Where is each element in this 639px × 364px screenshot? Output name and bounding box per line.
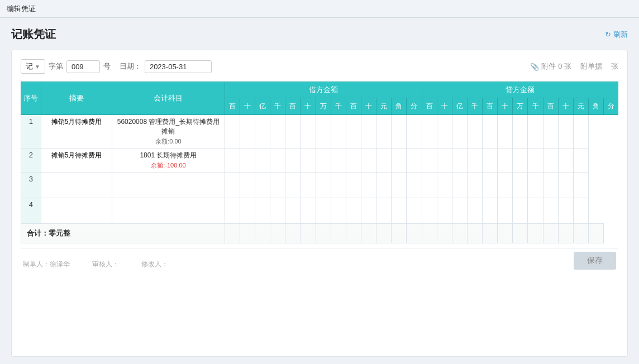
page-header: 记账凭证 ↻ 刷新 <box>11 27 628 42</box>
balance-text-negative: 余额:-100.00 <box>116 161 221 170</box>
debit-bai2: 百 <box>285 98 301 115</box>
title-bar: 编辑凭证 <box>0 0 639 18</box>
debit-shi2: 十 <box>301 98 316 115</box>
credit-qian2: 千 <box>528 98 543 115</box>
credit-shi: 十 <box>437 98 452 115</box>
footer-info: 制单人：徐泽华 审核人： 修改人： <box>23 260 168 269</box>
account-cell[interactable] <box>112 198 225 224</box>
debit-yuan: 元 <box>376 98 392 115</box>
voucher-table-wrapper: 序号 摘要 会计科目 借方金额 贷方金额 百 十 亿 千 百 十 万 <box>21 82 618 243</box>
refresh-icon: ↻ <box>605 30 611 39</box>
credit-shi2: 十 <box>498 98 513 115</box>
credit-qian: 千 <box>467 98 482 115</box>
total-row: 合计：零元整 <box>21 224 618 243</box>
credit-jiao: 角 <box>589 98 604 115</box>
account-cell[interactable]: 1801 长期待摊费用 余额:-100.00 <box>112 149 225 173</box>
voucher-card: 记 ▼ 字第 号 日期： 📎 附件 0 张 附单据 张 <box>11 50 628 357</box>
maker-label: 制单人：徐泽华 <box>23 260 70 269</box>
date-input[interactable] <box>145 60 212 73</box>
attachment-area: 📎 附件 0 张 附单据 张 <box>530 61 618 71</box>
credit-yuan: 元 <box>573 98 588 115</box>
account-cell[interactable]: 56020008 管理费用_长期待摊费用摊销 余额:0.00 <box>112 115 225 149</box>
footer-row: 制单人：徐泽华 审核人： 修改人： 保存 <box>21 248 618 273</box>
table-row[interactable]: 1 摊销5月待摊费用 56020008 管理费用_长期待摊费用摊销 余额:0.0… <box>21 115 618 149</box>
table-row[interactable]: 2 摊销5月待摊费用 1801 长期待摊费用 余额:-100.00 <box>21 149 618 173</box>
date-field-group: 日期： <box>120 60 212 73</box>
col-debit-header: 借方金额 <box>225 82 422 98</box>
summary-cell[interactable]: 摊销5月待摊费用 <box>41 149 112 173</box>
dropdown-arrow-icon: ▼ <box>35 64 40 70</box>
debit-shi: 十 <box>240 98 255 115</box>
table-row[interactable]: 3 <box>21 173 618 198</box>
table-header-top: 序号 摘要 会计科目 借方金额 贷方金额 <box>21 82 618 98</box>
form-row: 记 ▼ 字第 号 日期： 📎 附件 0 张 附单据 张 <box>21 59 618 74</box>
table-row[interactable]: 4 <box>21 198 618 224</box>
type-dropdown[interactable]: 记 ▼ <box>21 59 45 74</box>
attach-zhang: 张 <box>611 61 618 71</box>
seq-cell: 2 <box>21 149 41 173</box>
debit-bai3: 百 <box>346 98 361 115</box>
col-summary-header: 摘要 <box>41 82 112 115</box>
debit-qian2: 千 <box>331 98 346 115</box>
summary-cell[interactable] <box>41 198 112 224</box>
main-container: 记账凭证 ↻ 刷新 记 ▼ 字第 号 日期： 📎 <box>0 18 639 364</box>
page-title: 记账凭证 <box>11 27 56 42</box>
seq-cell: 3 <box>21 173 41 198</box>
reviewer-label: 审核人： <box>92 260 119 269</box>
summary-cell[interactable] <box>41 173 112 198</box>
hao-label: 号 <box>103 61 111 71</box>
attach-link[interactable]: 📎 附件 0 张 <box>530 61 571 71</box>
debit-shi3: 十 <box>361 98 376 115</box>
refresh-button[interactable]: ↻ 刷新 <box>605 30 628 40</box>
modifier-label: 修改人： <box>141 260 168 269</box>
credit-bai3: 百 <box>543 98 558 115</box>
account-code-name: 56020008 管理费用_长期待摊费用摊销 <box>116 117 221 136</box>
seq-cell: 1 <box>21 115 41 149</box>
credit-fen: 分 <box>604 98 618 115</box>
seq-cell: 4 <box>21 198 41 224</box>
date-label: 日期： <box>120 61 141 71</box>
paperclip-icon: 📎 <box>530 63 539 71</box>
attach-note[interactable]: 附单据 <box>580 61 602 71</box>
debit-yi: 亿 <box>255 98 270 115</box>
type-value: 记 <box>26 61 33 71</box>
debit-wan: 万 <box>316 98 331 115</box>
attach-count: 0 张 <box>558 61 571 71</box>
number-input[interactable] <box>66 60 100 73</box>
save-button[interactable]: 保存 <box>574 252 616 270</box>
debit-fen: 分 <box>407 98 422 115</box>
col-seq-header: 序号 <box>21 82 41 115</box>
refresh-label: 刷新 <box>613 30 628 40</box>
credit-bai: 百 <box>422 98 437 115</box>
type-field-group: 记 ▼ 字第 号 <box>21 59 111 74</box>
zi-label: 字第 <box>49 61 63 71</box>
balance-text: 余额:0.00 <box>116 137 221 146</box>
col-account-header: 会计科目 <box>112 82 225 115</box>
credit-wan: 万 <box>513 98 528 115</box>
col-credit-header: 贷方金额 <box>422 82 618 98</box>
debit-jiao: 角 <box>392 98 407 115</box>
voucher-table: 序号 摘要 会计科目 借方金额 贷方金额 百 十 亿 千 百 十 万 <box>21 82 618 243</box>
summary-cell[interactable]: 摊销5月待摊费用 <box>41 115 112 149</box>
account-code-name: 1801 长期待摊费用 <box>116 151 221 160</box>
total-label-text: 合计：零元整 <box>27 229 70 237</box>
debit-qian: 千 <box>270 98 285 115</box>
attach-label: 附件 <box>541 61 556 71</box>
debit-bai: 百 <box>225 98 240 115</box>
title-bar-label: 编辑凭证 <box>7 4 36 14</box>
credit-shi3: 十 <box>558 98 573 115</box>
credit-bai2: 百 <box>483 98 498 115</box>
account-cell[interactable] <box>112 173 225 198</box>
credit-yi: 亿 <box>452 98 467 115</box>
